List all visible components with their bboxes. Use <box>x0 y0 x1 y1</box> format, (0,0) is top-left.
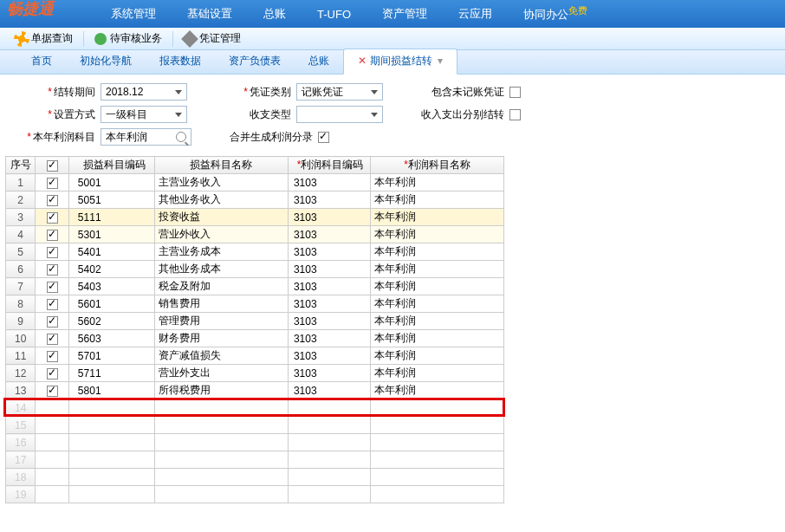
row-pname[interactable]: 本年利润 <box>371 347 504 365</box>
row-name[interactable]: 税金及附加 <box>155 278 289 295</box>
table-row-empty[interactable]: 19 <box>6 486 504 503</box>
row-pcode[interactable]: 3103 <box>288 330 370 347</box>
row-name[interactable]: 财务费用 <box>155 330 289 347</box>
header-checkbox-box[interactable] <box>47 160 58 172</box>
menu-gl[interactable]: 总账 <box>248 6 302 22</box>
table-row[interactable]: 35111投资收益3103本年利润 <box>6 209 504 226</box>
header-rownum[interactable]: 序号 <box>6 157 36 174</box>
row-name[interactable]: 营业外支出 <box>155 365 289 382</box>
row-pname[interactable]: 本年利润 <box>371 226 504 243</box>
row-checkbox[interactable] <box>47 351 58 362</box>
row-code[interactable]: 5401 <box>68 243 154 261</box>
tab-balance[interactable]: 资产负债表 <box>215 49 295 74</box>
table-row[interactable]: 105603财务费用3103本年利润 <box>6 330 504 347</box>
row-check-cell[interactable] <box>36 174 68 191</box>
row-check-cell[interactable] <box>36 295 68 313</box>
row-code[interactable]: 5402 <box>68 261 154 278</box>
table-row-empty[interactable]: 15 <box>6 417 504 434</box>
row-pcode[interactable]: 3103 <box>288 191 370 209</box>
table-row[interactable]: 95602管理费用3103本年利润 <box>6 313 504 330</box>
row-checkbox[interactable] <box>47 230 58 241</box>
row-pcode[interactable]: 3103 <box>288 295 370 313</box>
row-name[interactable]: 营业外收入 <box>155 226 289 243</box>
menu-cloud[interactable]: 云应用 <box>443 6 508 22</box>
header-pcode[interactable]: 利润科目编码 <box>288 157 370 174</box>
row-checkbox[interactable] <box>47 368 58 380</box>
row-name[interactable]: 其他业务成本 <box>155 261 289 278</box>
row-code[interactable]: 5051 <box>68 191 154 209</box>
menu-basic[interactable]: 基础设置 <box>172 6 248 22</box>
row-name[interactable]: 销售费用 <box>155 295 289 313</box>
table-row-empty[interactable]: 16 <box>6 434 504 451</box>
row-pcode[interactable]: 3103 <box>288 174 370 191</box>
row-checkbox[interactable] <box>47 212 58 224</box>
merge-entry-checkbox[interactable] <box>318 132 329 143</box>
period-combo[interactable]: 2018.12 <box>101 83 187 101</box>
row-pname[interactable]: 本年利润 <box>371 382 504 399</box>
header-name[interactable]: 损益科目名称 <box>155 157 289 174</box>
header-checkbox[interactable] <box>36 157 68 174</box>
row-pname[interactable]: 本年利润 <box>371 365 504 382</box>
row-check-cell[interactable] <box>36 226 68 243</box>
table-row[interactable]: 85601销售费用3103本年利润 <box>6 295 504 313</box>
row-name[interactable]: 主营业务成本 <box>155 243 289 261</box>
table-row[interactable]: 125711营业外支出3103本年利润 <box>6 365 504 382</box>
row-pcode[interactable]: 3103 <box>288 382 370 399</box>
row-pname[interactable]: 本年利润 <box>371 174 504 191</box>
setup-combo[interactable]: 一级科目 <box>101 106 187 123</box>
profit-account-input[interactable]: 本年利润 <box>101 128 191 146</box>
tool-query[interactable]: 单据查询 <box>9 31 80 46</box>
table-row[interactable]: 45301营业外收入3103本年利润 <box>6 226 504 243</box>
row-name[interactable]: 其他业务收入 <box>155 191 289 209</box>
row-code[interactable]: 5111 <box>68 209 154 226</box>
row-code[interactable]: 5711 <box>68 365 154 382</box>
row-name[interactable]: 管理费用 <box>155 313 289 330</box>
row-checkbox[interactable] <box>47 264 58 276</box>
row-check-cell[interactable] <box>36 278 68 295</box>
row-pname[interactable]: 本年利润 <box>371 261 504 278</box>
income-type-combo[interactable] <box>296 106 383 123</box>
row-checkbox[interactable] <box>47 247 58 258</box>
row-code[interactable]: 5701 <box>68 347 154 365</box>
tab-init[interactable]: 初始化导航 <box>66 49 146 74</box>
row-pcode[interactable]: 3103 <box>288 365 370 382</box>
row-check-cell[interactable] <box>36 191 68 209</box>
row-pcode[interactable]: 3103 <box>288 226 370 243</box>
row-name[interactable]: 所得税费用 <box>155 382 289 399</box>
row-checkbox[interactable] <box>47 299 58 310</box>
row-checkbox[interactable] <box>47 282 58 293</box>
row-check-cell[interactable] <box>36 261 68 278</box>
row-name[interactable]: 投资收益 <box>155 209 289 226</box>
menu-collab[interactable]: 协同办公免费 <box>508 4 603 23</box>
row-code[interactable]: 5403 <box>68 278 154 295</box>
header-code[interactable]: 损益科目编码 <box>68 157 154 174</box>
table-row[interactable]: 65402其他业务成本3103本年利润 <box>6 261 504 278</box>
row-check-cell[interactable] <box>36 347 68 365</box>
row-checkbox[interactable] <box>47 334 58 345</box>
row-code[interactable]: 5601 <box>68 295 154 313</box>
row-code[interactable]: 5001 <box>68 174 154 191</box>
row-pcode[interactable]: 3103 <box>288 243 370 261</box>
row-pname[interactable]: 本年利润 <box>371 313 504 330</box>
table-row-empty[interactable]: 17 <box>6 451 504 469</box>
tool-pending[interactable]: 待审核业务 <box>88 31 169 46</box>
row-check-cell[interactable] <box>36 365 68 382</box>
tab-report[interactable]: 报表数据 <box>146 49 215 74</box>
row-code[interactable]: 5602 <box>68 313 154 330</box>
table-row[interactable]: 25051其他业务收入3103本年利润 <box>6 191 504 209</box>
table-row[interactable]: 75403税金及附加3103本年利润 <box>6 278 504 295</box>
table-row[interactable]: 135801所得税费用3103本年利润 <box>6 382 504 399</box>
menu-system[interactable]: 系统管理 <box>95 6 172 22</box>
row-checkbox[interactable] <box>47 386 58 397</box>
table-row[interactable]: 55401主营业务成本3103本年利润 <box>6 243 504 261</box>
row-check-cell[interactable] <box>36 243 68 261</box>
row-checkbox[interactable] <box>47 178 58 189</box>
table-row-empty[interactable]: 14 <box>6 399 504 417</box>
tab-period-profit[interactable]: ✕期间损益结转▾ <box>343 49 457 75</box>
row-pcode[interactable]: 3103 <box>288 209 370 226</box>
row-pcode[interactable]: 3103 <box>288 347 370 365</box>
row-check-cell[interactable] <box>36 330 68 347</box>
row-pname[interactable]: 本年利润 <box>371 243 504 261</box>
row-code[interactable]: 5301 <box>68 226 154 243</box>
row-pname[interactable]: 本年利润 <box>371 330 504 347</box>
